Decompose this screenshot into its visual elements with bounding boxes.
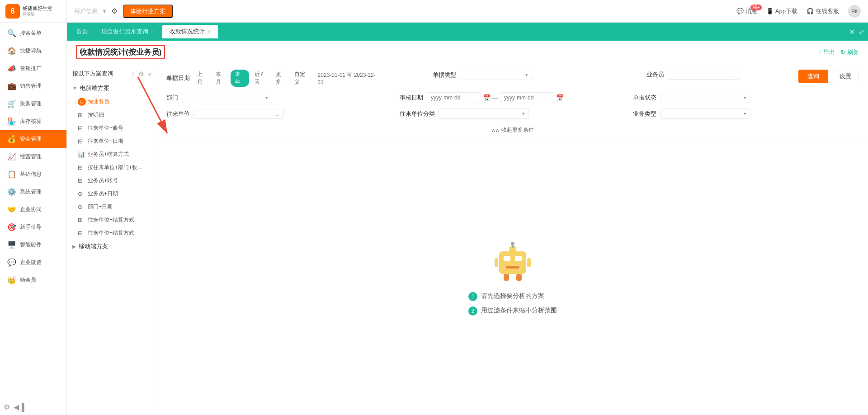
- doc-status-select[interactable]: ▾: [660, 93, 750, 103]
- sidebar-item-base[interactable]: 📋 基础信息: [0, 165, 66, 183]
- collapse-sidebar-icon[interactable]: ◀▐: [14, 403, 24, 411]
- header-settings-icon[interactable]: ⚙: [111, 7, 118, 15]
- business-type-select[interactable]: ▾: [660, 108, 750, 119]
- refresh-icon: ↻: [840, 49, 845, 56]
- sidebar-item-system[interactable]: ⚙️ 系统管理: [0, 183, 66, 201]
- scheme-item-unit-date[interactable]: ⊟ 往来单位+日期: [67, 135, 157, 148]
- empty-state: 1 请先选择要分析的方案 2 用过滤条件来缩小分析范围: [157, 143, 868, 415]
- salesperson-arrow-icon: ...: [731, 72, 736, 77]
- dept-select[interactable]: ▾: [182, 93, 272, 103]
- tab-close-icon[interactable]: ×: [151, 28, 154, 35]
- export-button[interactable]: ↑ 导出: [819, 48, 835, 57]
- app-download-button[interactable]: 📱 App下载: [766, 7, 797, 15]
- active-scheme-icon: ⊙: [78, 98, 85, 106]
- date-btn-custom[interactable]: 自定义: [291, 70, 312, 87]
- doc-status-label: 单据状态: [633, 94, 656, 102]
- dept-date-icon: ⊙: [78, 203, 85, 210]
- date-btn-more[interactable]: 更多: [272, 70, 289, 87]
- tab-bank-flow[interactable]: 现金银行流水查询 ×: [94, 25, 161, 38]
- date-btn-last-month[interactable]: 上月: [193, 70, 210, 87]
- messages-button[interactable]: 💬 消息 99+: [736, 7, 757, 15]
- scheme-item-salesperson-account[interactable]: ⊟ 业务员+账号: [67, 174, 157, 187]
- svg-rect-10: [516, 274, 522, 281]
- collapse-panel-icon[interactable]: «: [148, 70, 151, 77]
- scheme-item-salesperson-settlement[interactable]: 📊 业务员+结算方式: [67, 148, 157, 161]
- salesperson-select[interactable]: ...: [668, 70, 740, 80]
- calendar-to-icon[interactable]: 📅: [556, 94, 564, 101]
- online-service-button[interactable]: 🎧 在线客服: [807, 7, 839, 15]
- sidebar-item-wechat[interactable]: 💬 企业微信: [0, 254, 66, 271]
- scheme-settings-icon[interactable]: ⚙: [138, 70, 144, 77]
- sidebar-item-search[interactable]: 🔍 搜索菜单: [0, 24, 66, 42]
- date-btn-7days[interactable]: 近7天: [251, 70, 270, 87]
- sidebar-item-finance[interactable]: 💰 资金管理: [0, 130, 66, 148]
- review-date-from-input[interactable]: [427, 92, 481, 103]
- sidebar-nav: 🔍 搜索菜单 🏠 快捷导航 📣 营销推广 💼 销售管理 🛒 采购管理 🏪: [0, 23, 66, 399]
- pc-scheme-group: ▼ 电脑端方案 ⊙ 按业务员 ⊞ 按明细: [67, 81, 157, 240]
- sidebar-item-marketing[interactable]: 📣 营销推广: [0, 60, 66, 77]
- tab-close-active-icon[interactable]: ×: [208, 28, 211, 35]
- business-type-label: 业务类型: [633, 110, 656, 118]
- tab-receipt-stats[interactable]: 收款情况统计 ×: [162, 25, 218, 38]
- sidebar: 6 畅捷通好生意 标准版 🔍 搜索菜单 🏠 快捷导航 📣 营销推广 💼 销售管理: [0, 0, 67, 415]
- filter-area: 单据日期 上月 本月 本年 近7天 更多 自定义: [157, 64, 868, 143]
- refresh-button[interactable]: ↻ 刷新: [840, 48, 859, 57]
- settings-bottom-icon[interactable]: ⚙: [4, 403, 10, 411]
- enterprise-icon: 🤝: [7, 205, 15, 214]
- query-button[interactable]: 查询: [798, 70, 828, 83]
- empty-step-1: 1 请先选择要分析的方案: [468, 292, 557, 301]
- date-btn-this-year[interactable]: 本年: [231, 70, 249, 87]
- scheme-item-unit-dept[interactable]: ⊟ 按往来单位+部门+收...: [67, 161, 157, 174]
- calendar-from-icon[interactable]: 📅: [483, 94, 491, 101]
- expand-arrow-mobile-icon: ▶: [72, 244, 76, 250]
- sidebar-item-operation[interactable]: 📈 经营管理: [0, 148, 66, 165]
- salesperson-account-icon: ⊟: [78, 177, 85, 184]
- sidebar-item-member[interactable]: 👑 畅会员: [0, 271, 66, 289]
- left-panel-actions: + ⚙ «: [131, 70, 151, 77]
- sidebar-item-guide[interactable]: 🎯 新手引导: [0, 218, 66, 236]
- right-content: 单据日期 上月 本月 本年 近7天 更多 自定义: [157, 64, 868, 415]
- user-avatar[interactable]: Rit: [848, 5, 861, 18]
- pc-scheme-group-header[interactable]: ▼ 电脑端方案: [67, 81, 157, 95]
- close-window-icon[interactable]: ✕: [849, 28, 855, 36]
- scheme-item-detail[interactable]: ⊞ 按明细: [67, 108, 157, 122]
- maximize-icon[interactable]: ⤢: [859, 28, 864, 36]
- download-icon: 📱: [766, 8, 774, 14]
- scheme-item-unit-settlement2[interactable]: ⊟ 往来单位+结算方式: [67, 226, 157, 240]
- sidebar-item-inventory[interactable]: 🏪 库存核算: [0, 113, 66, 130]
- collapse-filters-button[interactable]: ∧∧ 收起更多条件: [166, 123, 859, 137]
- svg-rect-3: [506, 266, 519, 269]
- date-dash: —: [492, 94, 498, 101]
- step-2-number: 2: [468, 307, 477, 316]
- sidebar-item-hardware[interactable]: 🖥️ 智能硬件: [0, 236, 66, 254]
- counterpart-category-label: 往来单位分类: [400, 110, 435, 118]
- svg-rect-7: [495, 258, 498, 267]
- tab-home[interactable]: 首页: [71, 25, 93, 38]
- scheme-item-unit-account[interactable]: ⊟ 往来单位+账号: [67, 122, 157, 135]
- counterpart-category-select[interactable]: ▾: [439, 108, 529, 119]
- scheme-item-dept-date[interactable]: ⊙ 部门+日期: [67, 200, 157, 213]
- sidebar-item-enterprise[interactable]: 🤝 企业协同: [0, 201, 66, 218]
- add-scheme-icon[interactable]: +: [131, 70, 135, 77]
- collapse-icon: ∧∧: [491, 127, 500, 133]
- date-btn-this-month[interactable]: 本月: [212, 70, 229, 87]
- expand-arrow-icon: ▼: [72, 85, 77, 91]
- left-panel-header: 按以下方案查询 + ⚙ «: [67, 64, 157, 81]
- scheme-item-unit-settlement1[interactable]: ⊞ 往来单位+结算方式: [67, 213, 157, 226]
- promo-button[interactable]: 体验行业方案: [123, 5, 173, 18]
- export-icon: ↑: [819, 49, 822, 56]
- scheme-item-salesperson[interactable]: ⊙ 按业务员: [67, 95, 157, 108]
- sidebar-item-purchase[interactable]: 🛒 采购管理: [0, 95, 66, 113]
- search-icon: 🔍: [7, 29, 15, 38]
- step-1-number: 1: [468, 292, 477, 301]
- unit-account-icon: ⊟: [78, 125, 85, 132]
- sidebar-item-sales[interactable]: 💼 销售管理: [0, 77, 66, 95]
- counterpart-select[interactable]: ...: [193, 109, 284, 119]
- mobile-scheme-group-header[interactable]: ▶ 移动端方案: [67, 240, 157, 253]
- review-date-to-input[interactable]: [500, 92, 554, 103]
- sidebar-item-quicknav[interactable]: 🏠 快捷导航: [0, 42, 66, 60]
- doc-type-select[interactable]: ▾: [460, 70, 532, 80]
- scheme-item-salesperson-date[interactable]: ⊙ 业务员+日期: [67, 187, 157, 200]
- settings-button[interactable]: 设置: [832, 70, 859, 83]
- counterpart-label: 往来单位: [166, 110, 190, 118]
